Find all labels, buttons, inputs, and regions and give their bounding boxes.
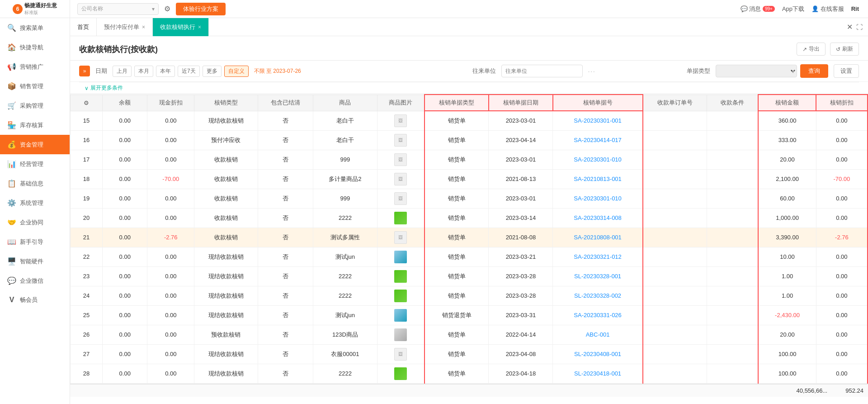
tab-prepay[interactable]: 预付冲应付单 × bbox=[97, 18, 153, 36]
doc-no-link[interactable]: SL-20230408-001 bbox=[574, 351, 621, 357]
doc-no-link[interactable]: SA-20230301-010 bbox=[574, 156, 622, 163]
sidebar-item-marketing[interactable]: 📢 营销推广 bbox=[0, 57, 70, 76]
sidebar-item-wechat[interactable]: 💬 企业微信 bbox=[0, 271, 70, 290]
cell-condition bbox=[707, 150, 759, 169]
cell-doc-no[interactable]: SA-20210813-001 bbox=[553, 169, 643, 189]
doc-no-link[interactable]: SA-20230301-010 bbox=[574, 195, 622, 202]
doc-no-link[interactable]: SL-20230418-001 bbox=[574, 370, 621, 377]
cell-seq: 19 bbox=[71, 189, 103, 208]
cell-doc-no[interactable]: SL-20230328-002 bbox=[553, 286, 643, 305]
doc-no-link[interactable]: SA-20230414-017 bbox=[574, 137, 622, 143]
cell-doc-no[interactable]: SL-20230328-001 bbox=[553, 266, 643, 286]
cell-doc-no[interactable]: SA-20230301-001 bbox=[553, 111, 643, 130]
doc-no-link[interactable]: SA-20210808-001 bbox=[574, 234, 622, 241]
cell-doc-no[interactable]: SA-20230414-017 bbox=[553, 130, 643, 150]
cell-doc-no[interactable]: SA-20230301-010 bbox=[553, 189, 643, 208]
cell-doc-no[interactable]: ABC-001 bbox=[553, 325, 643, 344]
filter-toggle-btn[interactable]: » bbox=[79, 66, 90, 76]
unit-input[interactable] bbox=[501, 65, 583, 77]
sidebar-item-guide[interactable]: 📖 新手引导 bbox=[0, 232, 70, 252]
table-row: 28 0.00 0.00 现结收款核销 否 2222 销货单 2023-04-1… bbox=[71, 364, 868, 383]
cell-amount: 10.00 bbox=[758, 247, 816, 266]
date-custom[interactable]: 自定义 bbox=[224, 66, 249, 77]
cell-amount: 360.00 bbox=[758, 111, 816, 130]
cell-writeoff-discount: -70.00 bbox=[816, 169, 868, 189]
doc-no-link[interactable]: SA-20210813-001 bbox=[574, 176, 622, 182]
sidebar-item-finance[interactable]: 💰 资金管理 bbox=[0, 135, 70, 154]
date-7days[interactable]: 近7天 bbox=[178, 66, 200, 77]
cell-writeoff-discount: 0.00 bbox=[816, 189, 868, 208]
date-this-month[interactable]: 本月 bbox=[134, 66, 153, 77]
cell-doc-no[interactable]: SL-20230418-001 bbox=[553, 364, 643, 383]
cell-doc-no[interactable]: SL-20230408-001 bbox=[553, 344, 643, 364]
online-service-btn[interactable]: 👤 在线客服 bbox=[811, 5, 844, 13]
company-selector[interactable]: 公司名称 ▾ bbox=[77, 3, 159, 15]
tab-writeoff[interactable]: 收款核销执行 × bbox=[153, 18, 209, 36]
prepay-tab-close[interactable]: × bbox=[142, 24, 145, 30]
cell-goods-img: 🖼 bbox=[377, 111, 424, 130]
app-download-btn[interactable]: App下载 bbox=[782, 5, 804, 13]
goods-img bbox=[394, 328, 407, 341]
sidebar-item-quick-nav[interactable]: 🏠 快捷导航 bbox=[0, 38, 70, 57]
cell-goods: 测试jun bbox=[313, 247, 377, 266]
writeoff-tab-close[interactable]: × bbox=[198, 24, 201, 30]
col-header-settings[interactable]: ⚙ bbox=[71, 95, 103, 111]
cell-doc-no[interactable]: SA-20230321-012 bbox=[553, 247, 643, 266]
cell-amount: 1.00 bbox=[758, 266, 816, 286]
sidebar-item-operations[interactable]: 📊 经营管理 bbox=[0, 154, 70, 174]
table-row: 17 0.00 0.00 收款核销 否 999 🖼 销货单 2023-03-01… bbox=[71, 150, 868, 169]
refresh-button[interactable]: ↺ 刷新 bbox=[830, 43, 859, 56]
date-last-month[interactable]: 上月 bbox=[113, 66, 132, 77]
cell-doc-no[interactable]: SA-20210808-001 bbox=[553, 228, 643, 247]
col-header-amount: 核销金额 bbox=[758, 95, 816, 111]
sidebar-item-sales[interactable]: 📦 销售管理 bbox=[0, 76, 70, 96]
query-button[interactable]: 查询 bbox=[800, 64, 828, 78]
user-avatar[interactable]: Rit bbox=[851, 5, 859, 12]
industry-btn[interactable]: 体验行业方案 bbox=[176, 3, 226, 15]
sidebar-item-purchase[interactable]: 🛒 采购管理 bbox=[0, 96, 70, 115]
tab-maximize-icon[interactable]: ⛶ bbox=[856, 24, 863, 31]
doc-no-link[interactable]: SL-20230328-002 bbox=[574, 292, 621, 299]
tab-home[interactable]: 首页 bbox=[70, 18, 97, 36]
col-header-discount: 现金折扣 bbox=[147, 95, 194, 111]
date-more[interactable]: 更多 bbox=[203, 66, 222, 77]
sidebar-item-enterprise[interactable]: 🤝 企业协同 bbox=[0, 213, 70, 232]
sidebar-label-marketing: 营销推广 bbox=[20, 63, 43, 71]
sidebar-item-member[interactable]: V 畅会员 bbox=[0, 290, 70, 309]
cell-included: 否 bbox=[258, 364, 313, 383]
doc-type-select[interactable] bbox=[716, 65, 797, 77]
doc-no-link[interactable]: SL-20230328-001 bbox=[574, 273, 621, 280]
cell-discount: 0.00 bbox=[147, 111, 194, 130]
sidebar-item-basic[interactable]: 📋 基础信息 bbox=[0, 174, 70, 193]
doc-no-link[interactable]: SA-20230301-001 bbox=[574, 117, 622, 124]
tab-close-window-icon[interactable]: ✕ bbox=[847, 23, 853, 31]
sidebar-item-inventory[interactable]: 🏪 库存核算 bbox=[0, 115, 70, 135]
sidebar-item-hardware[interactable]: 🖥️ 智能硬件 bbox=[0, 252, 70, 271]
settings-button[interactable]: 设置 bbox=[834, 64, 859, 78]
cell-discount: 0.00 bbox=[147, 189, 194, 208]
cell-writeoff-type: 现结收款核销 bbox=[194, 111, 258, 130]
doc-no-link[interactable]: SA-20230331-026 bbox=[574, 312, 622, 318]
doc-no-link[interactable]: SA-20230314-008 bbox=[574, 214, 622, 221]
amount-total: 40,556,66... bbox=[797, 387, 828, 394]
expand-more-btn[interactable]: ∨ 展开更多条件 bbox=[79, 82, 859, 94]
cell-doc-type: 销货单 bbox=[425, 150, 489, 169]
message-btn[interactable]: 💬 消息 99+ bbox=[741, 5, 775, 13]
sidebar-item-system[interactable]: ⚙️ 系统管理 bbox=[0, 193, 70, 213]
cell-balance: 0.00 bbox=[103, 305, 147, 325]
filter-row: » 日期 上月 本月 本年 近7天 更多 自定义 不限 至 2023-07-26… bbox=[70, 61, 868, 82]
cell-doc-no[interactable]: SA-20230331-026 bbox=[553, 305, 643, 325]
table-container[interactable]: ⚙ 余额 现金折扣 核销类型 包含已结清 商品 商品图片 核销单据类型 核销单据… bbox=[70, 94, 868, 404]
gear-icon[interactable]: ⚙ bbox=[164, 5, 170, 13]
inventory-icon: 🏪 bbox=[7, 121, 16, 129]
cell-doc-type: 销货单 bbox=[425, 247, 489, 266]
doc-no-link[interactable]: ABC-001 bbox=[586, 331, 610, 338]
cell-goods: 测试多属性 bbox=[313, 228, 377, 247]
sidebar-item-search-menu[interactable]: 🔍 搜索菜单 bbox=[0, 18, 70, 38]
date-this-year[interactable]: 本年 bbox=[156, 66, 175, 77]
cell-doc-no[interactable]: SA-20230314-008 bbox=[553, 208, 643, 228]
cell-receipt-order-no bbox=[643, 150, 707, 169]
export-button[interactable]: ↗ 导出 bbox=[797, 43, 826, 56]
cell-doc-no[interactable]: SA-20230301-010 bbox=[553, 150, 643, 169]
doc-no-link[interactable]: SA-20230321-012 bbox=[574, 253, 622, 260]
